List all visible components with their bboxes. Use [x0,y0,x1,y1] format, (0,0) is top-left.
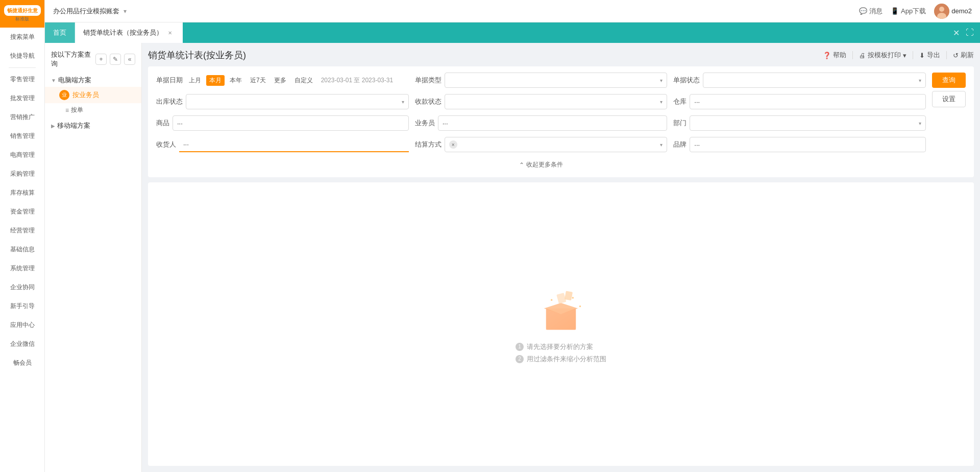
sidebar-item-system[interactable]: 系统管理 [0,259,44,278]
template-print-btn[interactable]: 🖨 按模板打印 ▾ [859,51,906,60]
date-tab-more[interactable]: 更多 [271,75,289,86]
sidebar-item-shortcut[interactable]: 快捷导航 [0,46,44,65]
home-tab-label: 首页 [53,28,66,37]
svg-rect-5 [565,291,573,300]
date-tab-this-month[interactable]: 本月 [206,75,225,86]
filter-item-out-status: 出库状态 ▾ [156,94,409,109]
receipt-status-label: 收款状态 [415,97,442,106]
sidebar-item-sales[interactable]: 销售管理 [0,127,44,146]
department-select[interactable]: ▾ [690,115,926,131]
desktop-schema-header[interactable]: ▼ 电脑端方案 [45,74,141,87]
user-area[interactable]: demo2 [934,4,972,19]
mobile-schema-group: ▶ 移动端方案 [45,119,141,132]
date-tabs: 上月 本月 本年 近7天 更多 自定义 [186,75,316,86]
add-schema-btn[interactable]: + [95,54,107,65]
export-btn[interactable]: ⬇ 导出 [919,51,940,60]
sidebar-item-finance[interactable]: 资金管理 [0,202,44,221]
date-filter: 上月 本月 本年 近7天 更多 自定义 2023-03-01 至 2023-03… [186,75,409,86]
help-btn[interactable]: ❓ 帮助 [823,51,846,60]
export-label: 导出 [927,51,940,60]
date-tab-last-month[interactable]: 上月 [186,75,204,86]
sidebar-item-enterprise-wechat[interactable]: 企业微信 [0,335,44,353]
tab-fullscreen-icon[interactable]: ⛶ [964,26,976,39]
date-tab-custom[interactable]: 自定义 [291,75,316,86]
sidebar-item-retail[interactable]: 零售管理 [0,70,44,89]
collapse-btn[interactable]: ⌃ 收起更多条件 [519,158,563,171]
mobile-schema-label: 移动端方案 [57,121,90,130]
doc-status-select[interactable]: ▾ [703,73,926,88]
content-area: 按以下方案查询 + ✎ « ▼ 电脑端方案 业 按业务员 ≡ 按 [45,43,980,472]
doc-type-dropdown-icon: ▾ [660,78,663,83]
schema-item-by-salesperson[interactable]: 业 按业务员 [45,87,141,103]
warehouse-input[interactable]: ··· [690,94,926,109]
header-dropdown-icon[interactable]: ▾ [124,8,127,15]
out-status-label: 出库状态 [156,97,183,106]
sidebar-item-app-center[interactable]: 应用中心 [0,316,44,335]
receipt-status-select[interactable]: ▾ [445,94,668,109]
app-download-btn[interactable]: 📱 App下载 [891,7,926,16]
date-tab-this-year[interactable]: 本年 [227,75,245,86]
svg-point-1 [939,7,944,12]
query-btn[interactable]: 查询 [932,73,966,88]
enterprise-label: 企业协同 [2,283,42,292]
receiver-input[interactable]: ··· [179,137,409,152]
tab-close-all-icon[interactable]: ✕ [951,26,962,40]
settings-btn[interactable]: 设置 [932,91,966,107]
mobile-expand-icon: ▶ [51,123,55,129]
sidebar-logo[interactable]: 畅捷通好生意 标准版 [0,0,44,28]
tab-home[interactable]: 首页 [45,22,75,43]
member-label: 畅会员 [2,359,42,367]
sales-stat-tab-label: 销货单统计表（按业务员） [83,28,163,37]
brand-input[interactable]: ··· [690,137,926,152]
tab-bar-right: ✕ ⛶ [951,26,980,40]
empty-state-icon [535,285,586,336]
salesperson-schema-label: 按业务员 [72,90,99,100]
settle-method-dropdown-icon: ▾ [660,142,663,148]
action-divider-2 [913,51,913,59]
main-area: 办公用品行业模拟账套 ▾ 💬 消息 📱 App下载 demo2 首页 [45,0,980,472]
tab-sales-stat[interactable]: 销货单统计表（按业务员） ✕ [75,22,183,43]
left-panel-icons: + ✎ « [95,54,135,65]
left-panel-title: 按以下方案查询 [51,50,95,68]
sidebar-item-ecommerce[interactable]: 电商管理 [0,146,44,164]
message-btn[interactable]: 💬 消息 [859,7,883,16]
collapse-panel-btn[interactable]: « [124,54,135,65]
filter-row-1: 单据日期 上月 本月 本年 近7天 更多 自定义 [156,73,926,88]
sidebar-item-member[interactable]: 畅会员 [0,353,44,372]
marketing-label: 营销推广 [2,113,42,122]
goods-label: 商品 [156,119,169,128]
settle-method-clear-icon[interactable]: × [449,140,457,149]
goods-input[interactable]: ··· [173,115,409,131]
sidebar-item-search[interactable]: 搜索菜单 [0,28,44,46]
tab-close-icon[interactable]: ✕ [166,29,174,37]
header-right: 💬 消息 📱 App下载 demo2 [859,4,972,19]
newbie-label: 新手引导 [2,302,42,311]
doc-type-select[interactable]: ▾ [445,73,668,88]
sidebar-item-operations[interactable]: 经营管理 [0,221,44,240]
date-label: 单据日期 [156,76,183,85]
sidebar-item-inventory[interactable]: 库存核算 [0,183,44,202]
svg-point-7 [572,297,574,298]
out-status-dropdown-icon: ▾ [402,99,404,105]
svg-point-6 [551,299,552,300]
tip-2-text: 用过滤条件来缩小分析范围 [527,355,606,364]
date-tab-7days[interactable]: 近7天 [247,75,269,86]
mobile-schema-header[interactable]: ▶ 移动端方案 [45,119,141,132]
sidebar-item-basic[interactable]: 基础信息 [0,240,44,259]
sidebar-item-wholesale[interactable]: 批发管理 [0,89,44,108]
refresh-btn[interactable]: ↺ 刷新 [953,51,974,60]
out-status-select[interactable]: ▾ [186,94,409,109]
salesperson-input[interactable]: ··· [438,115,668,131]
refresh-label: 刷新 [961,51,974,60]
sidebar-item-marketing[interactable]: 营销推广 [0,108,44,127]
brand-dots: ··· [694,141,700,149]
action-divider-1 [852,51,853,59]
settle-method-select[interactable]: × ▾ [445,137,668,152]
query-actions: 查询 设置 [932,73,966,107]
retail-label: 零售管理 [2,75,42,84]
sidebar-item-enterprise[interactable]: 企业协同 [0,278,44,297]
edit-schema-btn[interactable]: ✎ [110,54,121,65]
schema-sub-item-by-order[interactable]: ≡ 按单 [45,103,141,117]
sidebar-item-newbie[interactable]: 新手引导 [0,297,44,316]
sidebar-item-purchase[interactable]: 采购管理 [0,164,44,183]
